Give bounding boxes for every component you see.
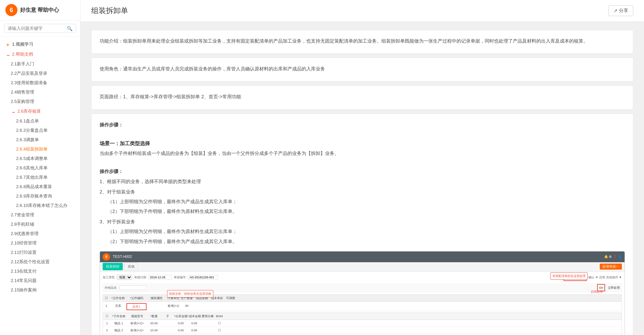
- mock-toggle-label: 外销品名: [105, 285, 117, 290]
- mock-type-select[interactable]: 组装: [117, 275, 132, 280]
- sidebar-item-mobile[interactable]: 2.8手机旺铺: [0, 220, 80, 229]
- share-label: 分享: [619, 8, 628, 14]
- sidebar-item-video[interactable]: ＋ 1.视频学习: [0, 39, 80, 49]
- mock-table-row1: 1 关系 品名1 标准(×1) 00: [103, 302, 622, 311]
- sidebar-item-ops[interactable]: 2.10经营管理: [0, 238, 80, 248]
- content-area: 功能介绍：组装拆卸单用来处理企业组装或拆卸等加工业务，支持有固定装配清单的产品加…: [80, 22, 644, 335]
- step1: 1、根据不同的业务，选择不同单据的类型来处理: [100, 177, 625, 186]
- steps-card: 操作步骤： 场景一：加工类型选择 当由多个子件材料组装成一个成品的业务为【组装】…: [91, 114, 633, 335]
- sidebar-item-cases[interactable]: 2.15操作案例: [0, 285, 80, 295]
- sidebar-item-ledger-fix[interactable]: 2.6.10库存账本错了怎么办: [0, 201, 80, 210]
- mock-logo: 6: [103, 253, 110, 261]
- path-card: 页面路径：1、库存核算->库存管理->组装拆卸单 2、首页->常用功能: [91, 86, 633, 109]
- sidebar-item-install[interactable]: 2.2产品安装及登录: [0, 69, 80, 78]
- step2: 2、对于组装业务 （1）上部明细为父件明细，最终作为产成品生成其它入库单； （2…: [100, 188, 625, 216]
- step3: 3、对于拆装业务 （1）上部明细为父件明细，最终作为原材料生成其它出库单； （2…: [100, 218, 625, 246]
- sidebar-item-transfer[interactable]: 2.6.3调拨单: [0, 135, 80, 145]
- sidebar-item-faq[interactable]: 2.14常见问题: [0, 276, 80, 285]
- share-button[interactable]: ↗ 分享: [608, 5, 633, 16]
- mock-sub-header: ☐*子件名称规格型号*数量子*出库金额*成本金额费用分摊BOM: [103, 313, 622, 320]
- scene1-desc: 当由多个子件材料组装成一个成品的业务为【组装】业务，当由一个父件拆分成多个子产品…: [100, 149, 625, 158]
- page-title: 组装拆卸单: [91, 6, 128, 16]
- plus-icon: ＋: [5, 42, 10, 47]
- sidebar-item-cost-adjust[interactable]: 2.6.5成本调整单: [0, 154, 80, 163]
- sidebar-item-stocktake[interactable]: 2.6.1盘点单: [0, 116, 80, 126]
- sidebar-item-coupon[interactable]: 2.9优惠券管理: [0, 229, 80, 238]
- sidebar-header: 6 好生意 帮助中心: [0, 0, 80, 20]
- search-box: 🔍: [0, 20, 80, 37]
- mock-sub-row1: 1物品 1标准(×1)+20.000.000.00☐: [103, 320, 622, 327]
- sidebar-item-data-prep[interactable]: 2.3使用前数据准备: [0, 78, 80, 88]
- mock-tab-other[interactable]: 其他: [124, 263, 138, 271]
- sidebar-item-sales[interactable]: 2.4销售管理: [0, 88, 80, 97]
- search-input[interactable]: [4, 24, 76, 33]
- sidebar-item-ledger-query[interactable]: 2.6.9库存账本查询: [0, 191, 80, 201]
- sidebar-item-finance[interactable]: 2.7资金管理: [0, 210, 80, 220]
- sidebar-item-help-docs[interactable]: － 2.帮助文档: [0, 49, 80, 59]
- main-content: 组装拆卸单 ↗ 分享 功能介绍：组装拆卸单用来处理企业组装或拆卸等加工业务，支持…: [80, 0, 644, 335]
- mock-date-input[interactable]: [148, 275, 172, 280]
- sidebar-item-assembly[interactable]: 2.6.4组装拆卸单: [0, 145, 80, 154]
- scene1-title: 场景一：加工类型选择: [100, 139, 625, 148]
- sidebar-item-system[interactable]: 2.12系统个性化设置: [0, 257, 80, 267]
- mock-sub-table: ☐*子件名称规格型号*数量子*出库金额*成本金额费用分摊BOM 1物品 1标准(…: [103, 313, 622, 335]
- intro-card: 功能介绍：组装拆卸单用来处理企业组装或拆卸等加工业务，支持有固定装配清单的产品加…: [91, 30, 633, 54]
- role-text: 使用角色：通常由生产人员或库管人员完成拆装业务的操作，库管人员确认原材料的出库和…: [100, 65, 625, 73]
- path-text: 页面路径：1、库存核算->库存管理->组装拆卸单 2、首页->常用功能: [100, 93, 625, 101]
- nav-list: ＋ 1.视频学习 － 2.帮助文档 2.1新手入门 2.2产品安装及登录 2.3…: [0, 37, 80, 335]
- search-button[interactable]: 🔍: [67, 26, 72, 31]
- sidebar: 6 好生意 帮助中心 🔍 ＋ 1.视频学习 － 2.帮助文档 2.1新手入门 2…: [0, 0, 80, 335]
- mock-tab-assembly[interactable]: 组装拆卸: [103, 263, 123, 270]
- mock-action-btns: 确认 ▼ 启用 其他操作 ▼: [588, 275, 622, 280]
- step3-sub2: （2）下部明细为子件明细，最终作为产成品生成其它入库单。: [100, 237, 625, 246]
- mock-annotation3: 启用处理: [589, 288, 604, 295]
- steps-title: 操作步骤：: [100, 121, 625, 129]
- step2-sub1: （1）上部明细为父件明细，最终作为产成品生成其它入库单；: [100, 198, 625, 206]
- mock-annotation1: 有装配清单的在这里处理: [550, 272, 588, 280]
- app-name: 好生意 帮助中心: [20, 7, 59, 14]
- sidebar-item-other-out[interactable]: 2.6.7其他出库单: [0, 173, 80, 182]
- mock-ordernum-label: 单据编号: [174, 275, 186, 280]
- mock-confirm-btn: 立即处理: [608, 285, 620, 290]
- mock-app-id: TEST-H002: [113, 254, 132, 260]
- mock-product-input[interactable]: [119, 285, 146, 290]
- sidebar-item-purchase[interactable]: 2.5采购管理: [0, 97, 80, 106]
- share-icon: ↗: [613, 8, 618, 13]
- step3-sub1: （1）上部明细为父件明细，最终作为原材料生成其它出库单；: [100, 227, 625, 236]
- screenshot-container: 6 TEST-H002 🔔 ⚙ ❓ 👤 组装拆卸 其他 新增单据一: [100, 251, 625, 335]
- role-card: 使用角色：通常由生产人员或库管人员完成拆装业务的操作，库管人员确认原材料的出库和…: [91, 58, 633, 81]
- sidebar-item-partial-stocktake[interactable]: 2.6.2分量盘点单: [0, 126, 80, 135]
- mock-type-label: 加工类型: [103, 275, 115, 280]
- step2-sub2: （2）下部明细为子件明细，最终作为原材料生成其它出库单。: [100, 207, 625, 216]
- mock-annotation2: 组装业务、拆卸业务在这里切换: [167, 290, 213, 297]
- minus-icon-inventory: －: [11, 109, 15, 114]
- scene1-steps-title: 操作步骤：: [100, 167, 625, 176]
- sidebar-item-newbie[interactable]: 2.1新手入门: [0, 59, 80, 69]
- mock-new-doc-button[interactable]: 新增单据一: [600, 264, 622, 270]
- mock-top-icons: 🔔 ⚙ ❓ 👤: [604, 254, 622, 260]
- sidebar-item-inventory[interactable]: － 2.6库存核算: [0, 106, 80, 116]
- sidebar-item-other-in[interactable]: 2.6.6其他入库单: [0, 163, 80, 173]
- sidebar-item-cost-recalc[interactable]: 2.6.8商品成本重算: [0, 182, 80, 191]
- app-logo: 6: [5, 4, 17, 16]
- mock-sub-row2: 2物品 2标准(×1)+10.000.000.00☐: [103, 327, 622, 334]
- mock-ordernum-input[interactable]: [188, 275, 218, 280]
- mock-date-label: 单据日期: [134, 275, 146, 280]
- minus-icon: －: [5, 52, 10, 57]
- intro-text: 功能介绍：组装拆卸单用来处理企业组装或拆卸等加工业务，支持有固定装配清单的产品加…: [100, 37, 625, 45]
- page-header: 组装拆卸单 ↗ 分享: [80, 0, 644, 22]
- sidebar-item-print[interactable]: 2.11打印设置: [0, 248, 80, 257]
- sidebar-item-online-pay[interactable]: 2.13在线支付: [0, 267, 80, 276]
